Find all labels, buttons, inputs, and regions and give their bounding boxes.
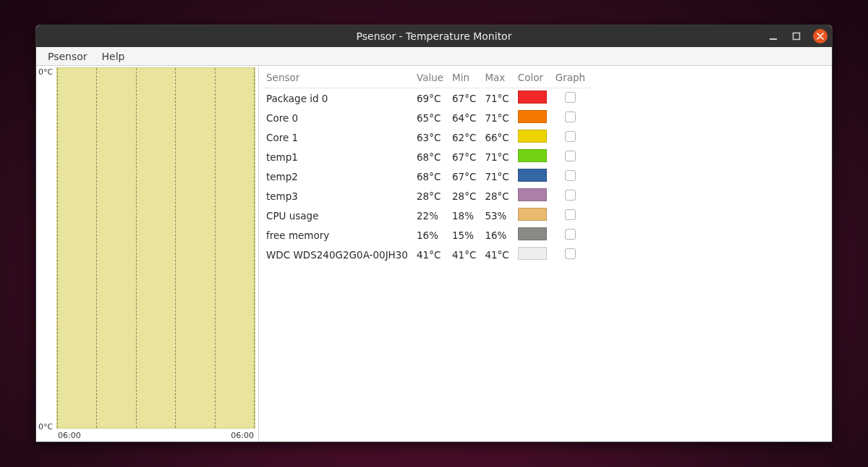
table-row[interactable]: temp168°C67°C71°C <box>263 147 591 167</box>
graph-grid <box>57 68 255 428</box>
table-row[interactable]: temp328°C28°C28°C <box>263 186 591 206</box>
minimize-button[interactable] <box>767 30 780 43</box>
sensor-graph-cell <box>553 225 591 245</box>
graph-checkbox[interactable] <box>565 248 576 259</box>
graph-checkbox[interactable] <box>565 190 576 201</box>
sensor-value: 69°C <box>414 88 449 109</box>
sensor-color-cell <box>515 206 553 225</box>
sensor-min: 41°C <box>449 245 482 264</box>
y-axis-top-label: 0°C <box>38 67 53 77</box>
sensor-min: 67°C <box>449 167 482 186</box>
menu-psensor[interactable]: Psensor <box>41 49 95 64</box>
graph-checkbox[interactable] <box>565 151 576 161</box>
sensor-value: 28°C <box>414 186 449 206</box>
color-swatch[interactable] <box>518 91 547 104</box>
sensor-value: 41°C <box>414 245 449 264</box>
sensor-color-cell <box>515 167 553 186</box>
titlebar[interactable]: Psensor - Temperature Monitor <box>36 25 832 47</box>
table-row[interactable]: Core 163°C62°C66°C <box>263 127 591 147</box>
sensor-color-cell <box>515 108 553 127</box>
sensor-name: Core 0 <box>263 108 414 127</box>
color-swatch[interactable] <box>518 110 547 123</box>
graph-checkbox[interactable] <box>565 92 576 103</box>
table-row[interactable]: temp268°C67°C71°C <box>263 167 591 186</box>
sensor-max: 53% <box>482 206 514 225</box>
graph-checkbox[interactable] <box>565 131 576 142</box>
app-window: Psensor - Temperature Monitor Psensor He… <box>35 25 833 442</box>
sensor-name: temp3 <box>263 186 414 206</box>
sensor-graph-cell <box>553 88 591 109</box>
sensor-table: Sensor Value Min Max Color Graph Package… <box>263 69 591 264</box>
color-swatch[interactable] <box>518 247 547 260</box>
col-header-max[interactable]: Max <box>482 69 514 88</box>
sensor-min: 64°C <box>449 108 482 127</box>
graph-checkbox[interactable] <box>565 170 576 181</box>
graph-area[interactable] <box>56 67 255 429</box>
graph-checkbox[interactable] <box>565 229 576 240</box>
table-row[interactable]: CPU usage22%18%53% <box>263 206 591 225</box>
close-icon <box>817 33 824 40</box>
col-header-min[interactable]: Min <box>449 69 482 88</box>
col-header-graph[interactable]: Graph <box>553 69 591 88</box>
close-button[interactable] <box>813 29 827 43</box>
sensor-value: 63°C <box>414 127 449 147</box>
table-row[interactable]: Core 065°C64°C71°C <box>263 108 591 127</box>
color-swatch[interactable] <box>518 227 547 240</box>
table-header-row[interactable]: Sensor Value Min Max Color Graph <box>263 69 591 88</box>
sensor-value: 68°C <box>414 147 449 167</box>
graph-panel: 0°C 0°C 06:00 06:00 <box>36 66 259 442</box>
maximize-icon <box>792 32 801 41</box>
color-swatch[interactable] <box>518 169 547 182</box>
sensor-color-cell <box>515 147 553 167</box>
grid-line <box>57 68 58 428</box>
grid-line <box>215 68 216 428</box>
grid-line <box>96 68 97 428</box>
sensor-max: 16% <box>482 225 514 245</box>
sensor-max: 71°C <box>482 167 514 186</box>
sensor-graph-cell <box>553 206 591 225</box>
menu-help[interactable]: Help <box>95 49 132 64</box>
sensor-graph-cell <box>553 108 591 127</box>
sensor-name: WDC WDS240G2G0A-00JH30 <box>263 245 414 264</box>
color-swatch[interactable] <box>518 188 547 201</box>
menubar: Psensor Help <box>36 47 832 66</box>
graph-checkbox[interactable] <box>565 209 576 220</box>
x-axis-start-label: 06:00 <box>58 431 81 440</box>
color-swatch[interactable] <box>518 130 547 143</box>
col-header-sensor[interactable]: Sensor <box>263 69 414 88</box>
window-controls <box>767 25 827 47</box>
sensor-color-cell <box>515 88 553 109</box>
x-axis-end-label: 06:00 <box>231 431 254 440</box>
table-row[interactable]: WDC WDS240G2G0A-00JH3041°C41°C41°C <box>263 245 591 264</box>
sensor-name: Core 1 <box>263 127 414 147</box>
color-swatch[interactable] <box>518 208 547 221</box>
sensor-name: temp1 <box>263 147 414 167</box>
grid-line <box>175 68 176 428</box>
sensor-min: 67°C <box>449 88 482 109</box>
svg-rect-1 <box>793 33 800 40</box>
sensor-value: 16% <box>414 225 449 245</box>
sensor-min: 15% <box>449 225 482 245</box>
sensor-graph-cell <box>553 245 591 264</box>
sensor-color-cell <box>515 245 553 264</box>
color-swatch[interactable] <box>518 149 547 162</box>
sensor-min: 62°C <box>449 127 482 147</box>
col-header-value[interactable]: Value <box>414 69 449 88</box>
table-row[interactable]: free memory16%15%16% <box>263 225 591 245</box>
col-header-color[interactable]: Color <box>515 69 553 88</box>
sensor-value: 68°C <box>414 167 449 186</box>
sensor-value: 65°C <box>414 108 449 127</box>
sensor-color-cell <box>515 225 553 245</box>
sensor-name: temp2 <box>263 167 414 186</box>
maximize-button[interactable] <box>790 30 803 43</box>
sensor-max: 71°C <box>482 147 514 167</box>
graph-checkbox[interactable] <box>565 112 576 122</box>
grid-line <box>254 68 255 428</box>
sensor-max: 41°C <box>482 245 514 264</box>
sensor-graph-cell <box>553 186 591 206</box>
y-axis-bottom-label: 0°C <box>38 422 53 432</box>
sensor-name: CPU usage <box>263 206 414 225</box>
window-title: Psensor - Temperature Monitor <box>357 30 512 42</box>
table-row[interactable]: Package id 069°C67°C71°C <box>263 88 591 109</box>
sensor-graph-cell <box>553 147 591 167</box>
